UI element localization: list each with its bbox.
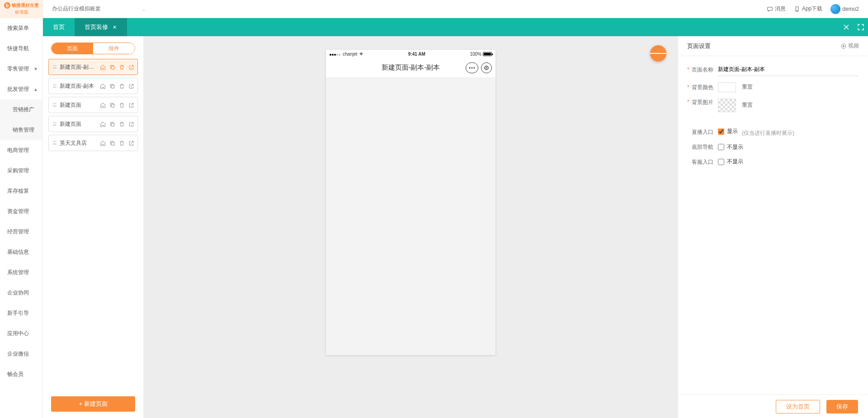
page-name-input[interactable] xyxy=(718,63,859,76)
nav-basic[interactable]: 基础信息 xyxy=(0,242,42,262)
share-icon[interactable] xyxy=(128,102,135,109)
tab-decorate[interactable]: 首页装修 ✕ xyxy=(75,18,127,36)
page-row[interactable]: ☰新建页面-副本... xyxy=(48,59,138,75)
delete-icon[interactable] xyxy=(118,64,125,71)
svg-point-10 xyxy=(474,67,475,68)
tab-home[interactable]: 首页 xyxy=(43,18,75,36)
nav-label: 销售管理 xyxy=(13,126,34,134)
new-page-button[interactable]: + 新建页面 xyxy=(51,396,135,412)
nav-newbie[interactable]: 新手引导 xyxy=(0,303,42,323)
nav-label: 采购管理 xyxy=(7,167,29,175)
svg-rect-6 xyxy=(111,123,114,126)
home-icon[interactable] xyxy=(99,102,106,109)
user-menu[interactable]: demo2 xyxy=(830,4,859,14)
mini-program-menu-icon[interactable] xyxy=(466,62,478,73)
phone-statusbar: chanjet 9:41 AM 100% xyxy=(326,50,495,58)
nav-label: 新手引导 xyxy=(7,309,29,317)
nav-operation[interactable]: 经营管理 xyxy=(0,222,42,242)
brand-logo-icon: b xyxy=(4,2,10,9)
share-icon[interactable] xyxy=(128,64,135,71)
nav-label: 营销推广 xyxy=(13,106,34,114)
live-note: (仅当进行直播时展示) xyxy=(742,130,794,136)
carrier-label: chanjet xyxy=(343,52,357,57)
phone-preview: chanjet 9:41 AM 100% 新建页面-副本-副本 xyxy=(326,50,495,355)
battery-percent: 100% xyxy=(470,52,481,57)
bgimg-swatch[interactable] xyxy=(718,99,736,112)
segment-component[interactable]: 组件 xyxy=(93,43,135,54)
home-icon[interactable] xyxy=(99,64,106,71)
delete-icon[interactable] xyxy=(118,83,125,90)
home-icon[interactable] xyxy=(99,83,106,90)
share-icon[interactable] xyxy=(128,121,135,128)
nav-search[interactable]: 搜索菜单 xyxy=(0,18,42,38)
bgcolor-label: 背景颜色 xyxy=(692,84,718,91)
live-label: 直播入口 xyxy=(692,128,718,136)
copy-icon[interactable] xyxy=(109,64,116,71)
delete-icon[interactable] xyxy=(118,102,125,109)
bgcolor-reset[interactable]: 重置 xyxy=(742,84,753,90)
page-row[interactable]: ☰昊天文具店 xyxy=(48,135,138,151)
copy-icon[interactable] xyxy=(109,83,116,90)
brand-name: 畅捷通好生意 xyxy=(12,2,39,9)
nav-enterprise[interactable]: 企业协同 xyxy=(0,283,42,303)
page-row[interactable]: ☰新建页面 xyxy=(48,97,138,113)
bgcolor-swatch[interactable] xyxy=(718,82,736,92)
bgimg-reset[interactable]: 重置 xyxy=(742,102,753,108)
home-icon[interactable] xyxy=(99,121,106,128)
tab-label: 首页装修 xyxy=(85,23,108,31)
nav-fund[interactable]: 资金管理 xyxy=(0,201,42,222)
nav-member[interactable]: 畅会员 xyxy=(0,364,42,385)
nav-wholesale[interactable]: 批发管理▲ xyxy=(0,79,42,100)
copy-icon[interactable] xyxy=(109,102,116,109)
video-link[interactable]: 视频 xyxy=(841,42,859,50)
live-checkbox[interactable] xyxy=(718,128,724,135)
tabstrip-close-button[interactable] xyxy=(839,18,854,36)
drag-icon[interactable]: ☰ xyxy=(52,140,57,146)
nav-system[interactable]: 系统管理 xyxy=(0,262,42,283)
hamburger-fab[interactable] xyxy=(650,45,666,62)
nav-quicknav[interactable]: 快捷导航 xyxy=(0,38,42,59)
nav-ecommerce[interactable]: 电商管理 xyxy=(0,140,42,161)
set-home-button[interactable]: 设为首页 xyxy=(776,400,820,413)
drag-icon[interactable]: ☰ xyxy=(52,102,57,108)
drag-icon[interactable]: ☰ xyxy=(52,83,57,89)
page-row[interactable]: ☰新建页面-副本 xyxy=(48,78,138,94)
share-icon[interactable] xyxy=(128,83,135,90)
row-bgimg: *背景图片 重置 xyxy=(687,99,859,112)
close-icon[interactable]: ✕ xyxy=(112,24,117,30)
tabstrip-fullscreen-button[interactable] xyxy=(854,18,868,36)
app-download-button[interactable]: App下载 xyxy=(794,5,822,13)
chevron-up-icon: ▲ xyxy=(33,87,38,92)
nav-label: 资金管理 xyxy=(7,208,29,215)
main-area: 首页 首页装修 ✕ 页面 组件 ☰新建页面-副本...☰新建页面-副本☰新建页面… xyxy=(43,18,868,418)
nav-purchase[interactable]: 采购管理 xyxy=(0,161,42,181)
svg-point-8 xyxy=(469,67,471,68)
nav-inventory[interactable]: 库存核算 xyxy=(0,181,42,201)
messages-button[interactable]: 消息 xyxy=(767,5,786,13)
save-button[interactable]: 保存 xyxy=(826,400,858,413)
nav-wechat[interactable]: 企业微信 xyxy=(0,344,42,364)
segment-page[interactable]: 页面 xyxy=(52,43,93,54)
service-checkbox[interactable] xyxy=(718,159,724,165)
bottomnav-checkbox[interactable] xyxy=(718,144,724,150)
nav-retail[interactable]: 零售管理▼ xyxy=(0,59,42,79)
nav-marketing[interactable]: 营销推广 xyxy=(0,100,42,120)
home-icon[interactable] xyxy=(99,140,106,147)
copy-icon[interactable] xyxy=(109,140,116,147)
copy-icon[interactable] xyxy=(109,121,116,128)
share-icon[interactable] xyxy=(128,140,135,147)
drag-icon[interactable]: ☰ xyxy=(52,64,57,70)
battery-icon xyxy=(483,52,492,56)
nav-appcenter[interactable]: 应用中心 xyxy=(0,323,42,344)
nav-wholesale-sub: 营销推广 销售管理 xyxy=(0,100,42,140)
drag-icon[interactable]: ☰ xyxy=(52,121,57,127)
page-row[interactable]: ☰新建页面 xyxy=(48,116,138,132)
settings-body: *页面名称 *背景颜色 重置 *背景图片 重 xyxy=(678,56,868,180)
nav-sales[interactable]: 销售管理 xyxy=(0,120,42,140)
nav-label: 应用中心 xyxy=(7,330,29,337)
account-selector[interactable]: 办公品行业模拟账套 ⌄ xyxy=(52,5,146,13)
delete-icon[interactable] xyxy=(118,121,125,128)
delete-icon[interactable] xyxy=(118,140,125,147)
play-icon xyxy=(841,43,846,49)
mini-program-close-icon[interactable] xyxy=(481,62,492,73)
